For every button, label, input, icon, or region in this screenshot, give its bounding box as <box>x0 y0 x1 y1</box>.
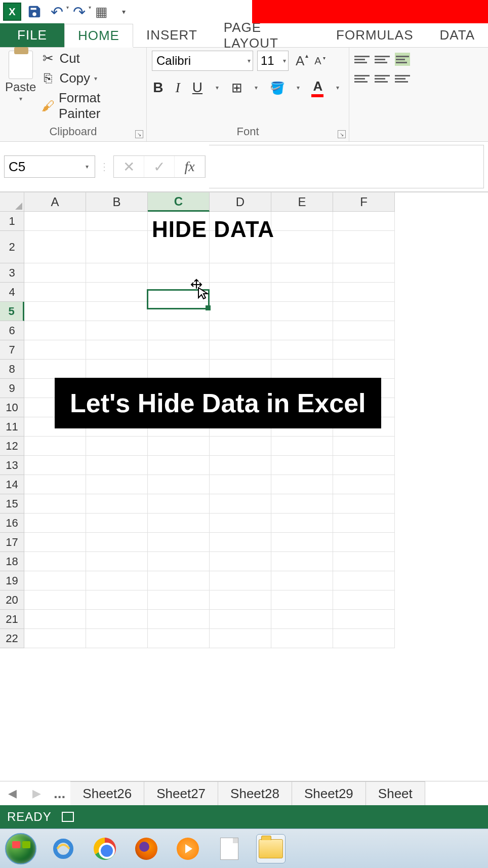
copy-button[interactable]: ⎘ Copy ▾ <box>41 70 141 86</box>
cell[interactable] <box>210 590 271 610</box>
italic-button[interactable]: I <box>172 80 184 96</box>
touch-mode-button[interactable]: ▦ <box>92 3 110 21</box>
cell[interactable] <box>333 590 395 610</box>
col-header-F[interactable]: F <box>333 192 395 212</box>
cell[interactable] <box>24 475 86 494</box>
row-header[interactable]: 10 <box>0 398 24 417</box>
cell[interactable] <box>24 514 86 533</box>
cell[interactable] <box>148 321 210 340</box>
increase-font-button[interactable]: A▴ <box>293 53 307 69</box>
cell[interactable] <box>333 302 395 321</box>
cell[interactable] <box>333 571 395 590</box>
cell[interactable] <box>271 212 333 231</box>
cell[interactable] <box>148 475 210 494</box>
cell[interactable] <box>86 571 148 590</box>
cell[interactable] <box>86 212 148 231</box>
row-header[interactable]: 11 <box>0 417 24 437</box>
cell[interactable] <box>210 302 271 321</box>
cell[interactable] <box>271 283 333 302</box>
name-box[interactable]: C5 ▾ <box>4 155 95 178</box>
cell[interactable] <box>210 610 271 629</box>
tab-file[interactable]: FILE <box>0 23 64 47</box>
scroll-sheets-left[interactable]: ◀ <box>0 787 24 800</box>
cell[interactable] <box>24 283 86 302</box>
cell[interactable] <box>148 360 210 379</box>
row-header[interactable]: 21 <box>0 610 24 629</box>
cell[interactable] <box>148 263 210 283</box>
align-bottom-button[interactable] <box>395 53 410 66</box>
cell[interactable] <box>333 283 395 302</box>
font-color-button[interactable]: A <box>311 78 324 97</box>
cell[interactable] <box>86 552 148 571</box>
cell[interactable] <box>24 360 86 379</box>
row-header[interactable]: 20 <box>0 590 24 610</box>
cell[interactable] <box>24 340 86 360</box>
cell[interactable] <box>86 231 148 263</box>
undo-button[interactable]: ↶ <box>48 3 66 21</box>
clipboard-dialog-launcher[interactable]: ↘ <box>135 130 143 138</box>
cell[interactable] <box>86 629 148 648</box>
row-header[interactable]: 19 <box>0 571 24 590</box>
cell[interactable] <box>333 263 395 283</box>
cell[interactable] <box>86 321 148 340</box>
bold-button[interactable]: B <box>152 80 165 96</box>
cell[interactable] <box>210 321 271 340</box>
explorer-taskbar-icon[interactable] <box>256 834 286 863</box>
cell[interactable] <box>271 321 333 340</box>
cell[interactable] <box>333 340 395 360</box>
cell[interactable] <box>210 552 271 571</box>
align-right-button[interactable] <box>395 72 410 85</box>
align-center-button[interactable] <box>375 72 390 85</box>
cell[interactable] <box>148 590 210 610</box>
media-player-taskbar-icon[interactable] <box>173 834 202 863</box>
sheet-tab[interactable]: Sheet28 <box>218 781 292 806</box>
cell[interactable] <box>148 629 210 648</box>
paste-button[interactable]: Paste <box>5 80 36 94</box>
cell[interactable] <box>24 571 86 590</box>
row-header[interactable]: 6 <box>0 321 24 340</box>
cell[interactable] <box>333 437 395 456</box>
cell[interactable] <box>333 514 395 533</box>
cell[interactable] <box>148 456 210 475</box>
row-header[interactable]: 14 <box>0 475 24 494</box>
row-header[interactable]: 2 <box>0 231 24 263</box>
cell[interactable] <box>24 533 86 552</box>
enter-formula-button[interactable]: ✓ <box>144 156 175 177</box>
row-header[interactable]: 4 <box>0 283 24 302</box>
cell[interactable] <box>210 533 271 552</box>
cell[interactable] <box>86 340 148 360</box>
row-header[interactable]: 8 <box>0 360 24 379</box>
col-header-B[interactable]: B <box>86 192 148 212</box>
redo-button[interactable]: ↷ <box>70 3 88 21</box>
cell[interactable] <box>271 475 333 494</box>
cell[interactable] <box>86 283 148 302</box>
cell[interactable] <box>24 456 86 475</box>
save-button[interactable] <box>25 3 44 21</box>
insert-function-button[interactable]: fx <box>175 156 205 177</box>
borders-button[interactable]: ⊞ <box>230 80 243 96</box>
cell[interactable] <box>24 610 86 629</box>
cell[interactable] <box>86 456 148 475</box>
cell[interactable] <box>86 302 148 321</box>
cell[interactable] <box>24 590 86 610</box>
font-size-dropdown[interactable]: 11 ▾ <box>257 51 289 71</box>
cell[interactable] <box>333 610 395 629</box>
sheet-overflow[interactable]: ... <box>49 785 70 802</box>
cell[interactable] <box>210 629 271 648</box>
cell[interactable] <box>271 231 333 263</box>
row-header[interactable]: 15 <box>0 494 24 514</box>
cell[interactable] <box>24 263 86 283</box>
cell[interactable] <box>271 263 333 283</box>
cell[interactable] <box>333 321 395 340</box>
cell[interactable] <box>271 494 333 514</box>
cell[interactable] <box>24 231 86 263</box>
cell[interactable] <box>148 610 210 629</box>
cell[interactable] <box>24 629 86 648</box>
ie-taskbar-icon[interactable] <box>49 834 78 863</box>
customize-qat-button[interactable]: ▾ <box>114 3 133 21</box>
row-header[interactable]: 12 <box>0 437 24 456</box>
cell[interactable] <box>86 475 148 494</box>
cell[interactable] <box>210 514 271 533</box>
tab-formulas[interactable]: FORMULAS <box>323 23 426 47</box>
cell[interactable] <box>333 475 395 494</box>
